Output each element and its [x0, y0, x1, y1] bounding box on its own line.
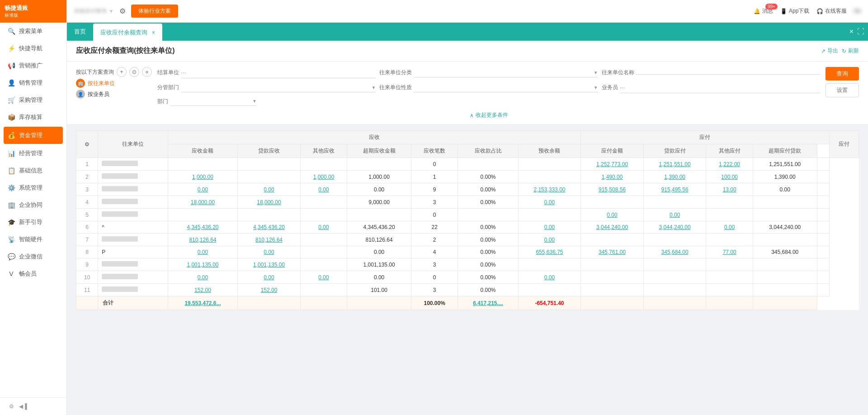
collapse-button[interactable]: ∧ 收起更多条件 — [157, 111, 820, 119]
sidebar-item-guide[interactable]: 🎓 新手引导 — [0, 214, 66, 231]
settlement-unit-field: 结算单位 ··· — [157, 67, 376, 78]
table-row: 500.000.00 — [76, 209, 859, 221]
col-loan-receivable: 贷款应收 — [238, 144, 301, 158]
purchase-icon: 🛒 — [7, 96, 15, 104]
col-settings-gear[interactable]: ⚙ — [76, 131, 98, 158]
sidebar-item-label: 畅会员 — [19, 270, 37, 278]
col-overdue-receivable: 超期应收金额 — [347, 144, 411, 158]
sidebar-item-purchase[interactable]: 🛒 采购管理 — [0, 91, 66, 109]
app-download-button[interactable]: 📱 App下载 — [780, 7, 809, 15]
query-button[interactable]: 查询 — [826, 67, 859, 81]
home-tab-label: 首页 — [74, 28, 86, 36]
partner-name-label: 往来单位名称 — [602, 69, 634, 76]
collapse-icon[interactable]: ◀▐ — [19, 402, 27, 410]
notification-button[interactable]: 🔔 消息 99+ — [754, 7, 773, 15]
settings-button[interactable]: 设置 — [826, 83, 859, 97]
col-other-receivable: 其他应收 — [300, 144, 347, 158]
partner-nature-chevron: ▼ — [594, 85, 598, 90]
col-receivable-amount: 应收金额 — [168, 144, 238, 158]
scheme-collapse-button[interactable]: « — [142, 67, 152, 77]
sidebar-item-label: 企业协同 — [19, 201, 42, 209]
settlement-unit-ellipsis: ··· — [181, 69, 186, 76]
phone-icon: 📱 — [780, 8, 787, 14]
sidebar-item-wecom[interactable]: 💬 企业微信 — [0, 248, 66, 265]
export-icon: ↗ — [821, 48, 826, 54]
collapse-icon: ∧ — [470, 112, 474, 119]
tab-expand-icon[interactable]: ⛶ — [857, 28, 864, 36]
promo-button[interactable]: 体验行业方案 — [131, 5, 178, 18]
salesperson-control[interactable]: ··· — [620, 82, 820, 93]
supervising-dept-control[interactable]: ▼ — [181, 83, 376, 92]
sidebar-item-label: 智能硬件 — [19, 235, 42, 243]
quick-nav-icon: ⚡ — [7, 44, 15, 52]
gear-icon[interactable]: ⚙ — [119, 7, 126, 15]
department-chevron: ▼ — [252, 99, 257, 104]
sidebar-item-funds[interactable]: 💰 资金管理 — [4, 127, 63, 144]
partner-category-control[interactable]: ▼ — [414, 68, 598, 77]
filter-scheme-label: 按以下方案查询 — [76, 68, 114, 76]
filter-option-partner[interactable]: 🏢 按往来单位 — [76, 79, 152, 88]
sidebar-item-sales[interactable]: 👤 销售管理 — [0, 74, 66, 91]
gear-settings-icon[interactable]: ⚙ — [85, 141, 90, 148]
tab-bar: 首页 应收应付余额查询 × × ⛶ — [67, 23, 868, 41]
search-icon: 🔍 — [7, 27, 15, 35]
tab-home[interactable]: 首页 — [67, 23, 93, 41]
sidebar-item-basic-info[interactable]: 📋 基础信息 — [0, 162, 66, 179]
scheme-settings-button[interactable]: ⊙ — [129, 67, 139, 77]
operations-icon: 📊 — [7, 149, 15, 157]
tab-receivable-payable[interactable]: 应收应付余额查询 × — [93, 24, 162, 42]
settings-bottom-icon[interactable]: ⚙ — [7, 402, 15, 410]
active-tab-label: 应收应付余额查询 — [100, 29, 147, 37]
salesperson-label: 业务员 — [602, 84, 618, 91]
table-row: 418,000.0018,000.009,000.0030.00%0.00 — [76, 196, 859, 209]
total-prepaid-balance[interactable]: 6,417,215.... — [458, 296, 518, 310]
sidebar-item-member[interactable]: V 畅会员 — [0, 265, 66, 282]
col-prepaid-balance: 预收余额 — [518, 144, 581, 158]
filter-row-2: 分管部门 ▼ 往来单位性质 ▼ — [157, 82, 820, 93]
col-group-payable: 应付 — [581, 131, 829, 144]
total-receivable-amount[interactable]: 19,553,472.6... — [168, 296, 238, 310]
settlement-unit-control[interactable]: ··· — [181, 67, 376, 78]
logo-text: 畅捷通账 — [5, 4, 28, 12]
headset-icon: 🎧 — [816, 8, 823, 14]
total-label: 合计 — [98, 296, 168, 310]
sidebar-item-enterprise[interactable]: 🏢 企业协同 — [0, 196, 66, 214]
filter-area: 按以下方案查询 + ⊙ « 🏢 按往来单位 👤 按业务员 — [67, 62, 868, 125]
sales-icon: 👤 — [7, 79, 15, 87]
salesperson-field: 业务员 ··· — [602, 82, 820, 93]
department-control[interactable]: ▼ — [170, 97, 257, 106]
sidebar-item-system[interactable]: ⚙️ 系统管理 — [0, 179, 66, 196]
partner-name-control[interactable] — [636, 71, 820, 75]
filter-option-salesperson[interactable]: 👤 按业务员 — [76, 90, 152, 99]
funds-icon: 💰 — [7, 131, 15, 139]
refresh-button[interactable]: ↻ 刷新 — [842, 47, 859, 55]
app-download-label: App下载 — [789, 7, 809, 15]
supervising-dept-label: 分管部门 — [157, 84, 179, 91]
department-field: 部门 ▼ — [157, 97, 257, 106]
sidebar-item-hardware[interactable]: 📡 智能硬件 — [0, 231, 66, 248]
sidebar-item-marketing[interactable]: 📢 营销推广 — [0, 57, 66, 74]
sidebar-item-operations[interactable]: 📊 经营管理 — [0, 145, 66, 162]
table-row: 101,252,773.001,251,551.001,222.001,251,… — [76, 158, 859, 171]
sidebar-item-label: 营销推广 — [19, 62, 42, 70]
sidebar-item-quicknav[interactable]: ⚡ 快捷导航 — [0, 40, 66, 57]
partner-nature-control[interactable]: ▼ — [414, 83, 598, 92]
total-payable-amount: -654,751.40 — [518, 296, 581, 310]
main-area: 应收应付查询 ▼ ⚙ 体验行业方案 🔔 消息 99+ 📱 App下载 🎧 在线客… — [67, 0, 868, 415]
sidebar-item-label: 搜索菜单 — [19, 27, 42, 35]
col-partner: 往来单位 — [98, 131, 168, 158]
tab-close-window-icon[interactable]: × — [849, 28, 854, 36]
export-button[interactable]: ↗ 导出 — [821, 47, 838, 55]
sidebar-logo: 畅捷通账 标准版 — [0, 0, 66, 23]
sidebar-item-inventory[interactable]: 📦 库存核算 — [0, 109, 66, 126]
filter-option-salesperson-label: 按业务员 — [88, 91, 109, 98]
online-service-button[interactable]: 🎧 在线客服 — [816, 7, 847, 15]
breadcrumb-arrow: ▼ — [108, 8, 114, 14]
page-header: 应收应付余额查询(按往来单位) ↗ 导出 ↻ 刷新 — [67, 41, 868, 62]
sidebar-item-search[interactable]: 🔍 搜索菜单 — [0, 23, 66, 40]
notification-badge: 99+ — [765, 4, 778, 10]
add-scheme-button[interactable]: + — [117, 67, 127, 77]
partner-category-field: 往来单位分类 ▼ — [379, 67, 598, 78]
tab-close-button[interactable]: × — [152, 29, 155, 36]
sidebar-item-label: 资金管理 — [19, 131, 42, 139]
